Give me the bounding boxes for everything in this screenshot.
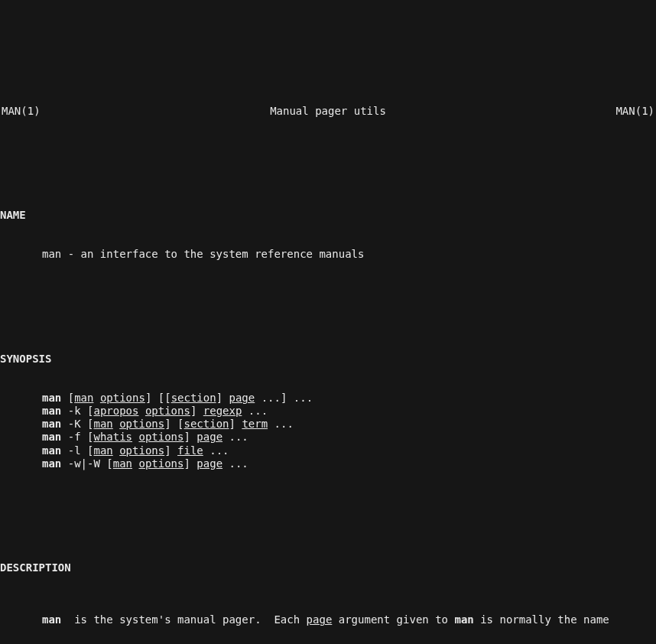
header-right: MAN(1) xyxy=(615,105,654,118)
synopsis-block: man [man options] [[section] page ...] .… xyxy=(42,392,656,470)
man-page-viewer[interactable]: MAN(1) Manual pager utils MAN(1) NAME ma… xyxy=(0,52,656,644)
synopsis-line: man -k [apropos options] regexp ... xyxy=(42,405,656,418)
header-left: MAN(1) xyxy=(2,105,41,118)
section-heading-name: NAME xyxy=(0,209,656,222)
synopsis-line: man -K [man options] [section] term ... xyxy=(42,418,656,431)
synopsis-line: man -l [man options] file ... xyxy=(42,444,656,457)
synopsis-line: man -f [whatis options] page ... xyxy=(42,431,656,444)
synopsis-line: man -w|-W [man options] page ... xyxy=(42,457,656,470)
man-page-header: MAN(1) Manual pager utils MAN(1) xyxy=(0,105,656,118)
synopsis-line: man [man options] [[section] page ...] .… xyxy=(42,392,656,405)
description-para-1: man is the system's manual pager. Each p… xyxy=(42,613,656,626)
section-heading-synopsis: SYNOPSIS xyxy=(0,353,656,366)
header-center: Manual pager utils xyxy=(270,105,386,118)
section-heading-description: DESCRIPTION xyxy=(0,561,656,574)
name-line: man - an interface to the system referen… xyxy=(42,248,656,261)
